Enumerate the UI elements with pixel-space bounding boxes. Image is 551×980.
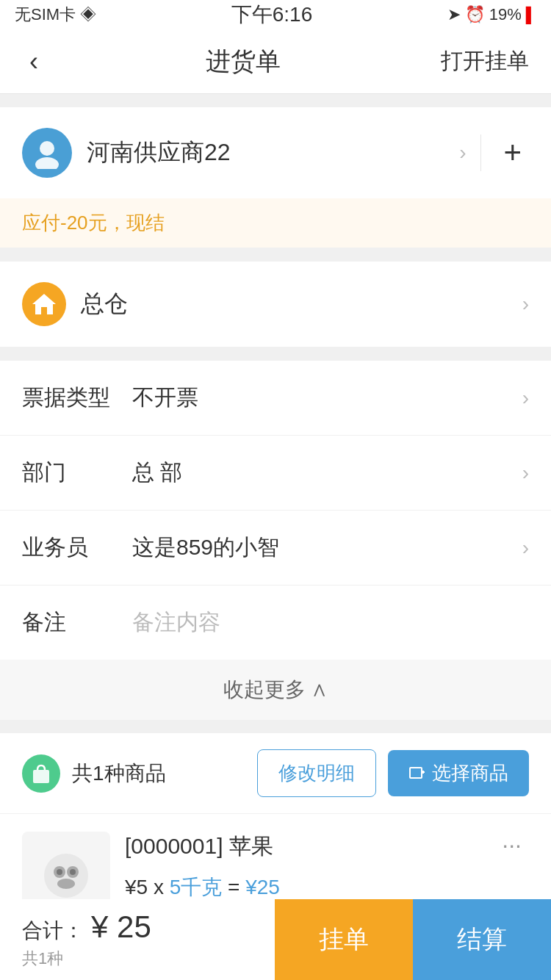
staff-chevron-icon: › [522, 536, 529, 560]
location-icon: ➤ [447, 5, 461, 24]
supplier-row[interactable]: 河南供应商22 › + [0, 107, 551, 198]
select-product-button[interactable]: 选择商品 [388, 750, 529, 796]
product-count: 共1种商品 [72, 760, 257, 788]
product-more-button[interactable]: ··· [494, 832, 529, 859]
add-button[interactable]: + [496, 135, 529, 170]
form-section: 票据类型 不开票 › 部门 总 部 › 业务员 这是859的小智 › 备注 备注… [0, 360, 551, 660]
product-price: ¥5 x 5千克 = ¥25 [125, 873, 494, 901]
notice-bar: 应付-20元，现结 [0, 198, 551, 248]
collapse-label: 收起更多 ∧ [223, 676, 328, 704]
status-time: 下午6:16 [231, 1, 313, 29]
svg-point-0 [40, 141, 54, 156]
remark-row[interactable]: 备注 备注内容 [0, 585, 551, 660]
invoice-value: 不开票 [132, 383, 522, 413]
select-product-label: 选择商品 [432, 760, 508, 786]
svg-rect-3 [33, 770, 49, 783]
warehouse-name: 总仓 [81, 288, 522, 320]
remark-label: 备注 [22, 608, 118, 638]
total-line: 合计： ¥ 25 [22, 909, 253, 945]
battery-text: 19% [489, 5, 522, 24]
department-chevron-icon: › [522, 461, 529, 485]
notice-text: 应付-20元，现结 [22, 212, 165, 234]
person-icon [31, 137, 63, 169]
product-name: [0000001] 苹果 [125, 832, 494, 862]
svg-rect-4 [410, 768, 422, 778]
select-product-icon [408, 765, 426, 782]
bottom-bar: 合计： ¥ 25 共1种 挂单 结算 [0, 899, 551, 980]
collapse-button[interactable]: 收起更多 ∧ [0, 660, 551, 720]
divider [480, 134, 481, 171]
svg-point-10 [57, 869, 62, 875]
price-qty: 5千克 [170, 876, 223, 898]
staff-row[interactable]: 业务员 这是859的小智 › [0, 510, 551, 585]
status-left: 无SIM卡 ◈ [15, 4, 96, 26]
products-header: 共1种商品 修改明细 选择商品 [0, 733, 551, 813]
svg-point-7 [44, 854, 88, 898]
department-label: 部门 [22, 458, 118, 488]
edit-detail-button[interactable]: 修改明细 [257, 749, 376, 797]
checkout-label: 结算 [457, 923, 507, 956]
sim-text: 无SIM卡 ◈ [15, 4, 96, 26]
alarm-icon: ⏰ [465, 5, 485, 24]
checkout-button[interactable]: 结算 [413, 899, 551, 980]
product-info: [0000001] 苹果 ¥5 x 5千克 = ¥25 [125, 832, 494, 901]
invoice-label: 票据类型 [22, 383, 118, 413]
hang-label: 挂单 [319, 923, 369, 956]
status-bar: 无SIM卡 ◈ 下午6:16 ➤ ⏰ 19% ▌ [0, 0, 551, 29]
product-thumb-icon [40, 850, 92, 901]
warehouse-section: 总仓 › [0, 261, 551, 347]
warehouse-chevron-icon: › [522, 292, 529, 316]
department-row[interactable]: 部门 总 部 › [0, 435, 551, 510]
total-amount: ¥ 25 [91, 909, 151, 945]
staff-label: 业务员 [22, 533, 118, 563]
total-label: 合计： [22, 917, 84, 945]
supplier-avatar [22, 128, 72, 178]
remark-input[interactable]: 备注内容 [132, 608, 529, 638]
page-title: 进货单 [206, 45, 281, 79]
total-sub: 共1种 [22, 948, 253, 970]
bag-icon [30, 763, 52, 785]
open-hang-button[interactable]: 打开挂单 [441, 46, 529, 76]
price-base: ¥5 [125, 876, 148, 898]
nav-bar: ‹ 进货单 打开挂单 [0, 29, 551, 94]
warehouse-icon [22, 282, 66, 326]
department-value: 总 部 [132, 458, 522, 488]
bottom-total: 合计： ¥ 25 共1种 [0, 909, 275, 970]
product-code: [0000001] [125, 834, 223, 858]
supplier-name: 河南供应商22 [87, 137, 459, 169]
status-right: ➤ ⏰ 19% ▌ [447, 5, 536, 24]
battery-icon: ▌ [526, 7, 536, 24]
supplier-chevron-icon: › [459, 141, 466, 165]
home-icon [31, 291, 57, 317]
back-button[interactable]: ‹ [22, 39, 46, 84]
svg-point-1 [35, 157, 59, 169]
product-title: 苹果 [229, 834, 273, 858]
svg-marker-2 [32, 294, 56, 314]
price-x: x [154, 876, 170, 898]
product-bag-icon [22, 754, 60, 793]
supplier-section: 河南供应商22 › + 应付-20元，现结 [0, 107, 551, 248]
invoice-row[interactable]: 票据类型 不开票 › [0, 360, 551, 435]
staff-value: 这是859的小智 [132, 533, 522, 563]
invoice-chevron-icon: › [522, 386, 529, 410]
warehouse-row[interactable]: 总仓 › [0, 261, 551, 347]
price-total: ¥25 [245, 876, 280, 898]
svg-point-11 [70, 869, 76, 875]
hang-button[interactable]: 挂单 [275, 899, 413, 980]
price-eq: = [228, 876, 245, 898]
